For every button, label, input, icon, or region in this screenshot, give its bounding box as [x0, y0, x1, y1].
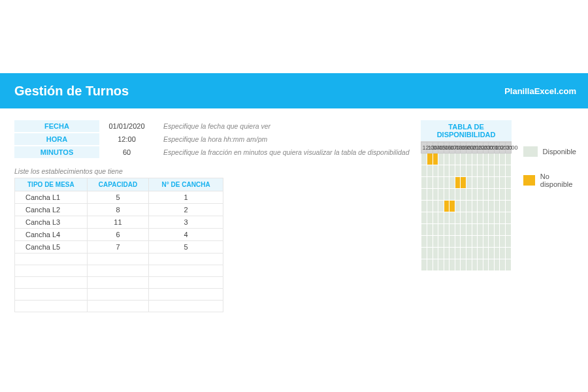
- availability-cell[interactable]: [444, 201, 449, 212]
- value-fecha[interactable]: 01/01/2020: [99, 120, 154, 132]
- availability-cell[interactable]: [444, 259, 449, 271]
- availability-cell[interactable]: [472, 165, 478, 177]
- availability-cell[interactable]: [461, 154, 466, 165]
- availability-cell[interactable]: [500, 259, 506, 271]
- availability-cell[interactable]: [449, 259, 455, 271]
- availability-cell[interactable]: [494, 177, 500, 189]
- availability-cell[interactable]: [438, 177, 444, 189]
- availability-cell[interactable]: [489, 201, 495, 212]
- availability-cell[interactable]: [466, 189, 472, 201]
- cell-tipo[interactable]: Cancha L3: [15, 216, 88, 229]
- availability-cell[interactable]: [472, 224, 478, 236]
- availability-cell[interactable]: [483, 236, 489, 248]
- availability-cell[interactable]: [483, 212, 489, 224]
- availability-cell[interactable]: [433, 201, 438, 212]
- availability-cell[interactable]: [421, 248, 427, 259]
- availability-cell[interactable]: [500, 177, 506, 189]
- cell-tipo[interactable]: Cancha L1: [15, 191, 88, 204]
- availability-cell[interactable]: [478, 248, 483, 259]
- availability-cell[interactable]: [461, 248, 466, 259]
- value-hora[interactable]: 12:00: [99, 133, 154, 145]
- availability-cell[interactable]: [427, 154, 433, 165]
- availability-cell[interactable]: [438, 236, 444, 248]
- availability-cell[interactable]: [421, 189, 427, 201]
- availability-cell[interactable]: [505, 212, 511, 224]
- availability-cell[interactable]: [472, 189, 478, 201]
- availability-cell[interactable]: [444, 177, 449, 189]
- availability-cell[interactable]: [461, 189, 466, 201]
- availability-cell[interactable]: [505, 154, 511, 165]
- availability-cell[interactable]: [478, 154, 483, 165]
- availability-cell[interactable]: [455, 224, 461, 236]
- availability-cell[interactable]: [472, 201, 478, 212]
- availability-cell[interactable]: [478, 236, 483, 248]
- availability-cell[interactable]: [472, 236, 478, 248]
- availability-cell[interactable]: [505, 165, 511, 177]
- availability-cell[interactable]: [427, 236, 433, 248]
- availability-cell[interactable]: [505, 259, 511, 271]
- availability-cell[interactable]: [489, 224, 495, 236]
- availability-cell[interactable]: [461, 212, 466, 224]
- availability-cell[interactable]: [466, 224, 472, 236]
- availability-cell[interactable]: [427, 201, 433, 212]
- availability-cell[interactable]: [489, 154, 495, 165]
- availability-cell[interactable]: [433, 236, 438, 248]
- availability-cell[interactable]: [483, 259, 489, 271]
- availability-cell[interactable]: [466, 212, 472, 224]
- availability-cell[interactable]: [449, 236, 455, 248]
- availability-cell[interactable]: [466, 154, 472, 165]
- availability-cell[interactable]: [438, 189, 444, 201]
- availability-cell[interactable]: [455, 259, 461, 271]
- availability-cell[interactable]: [494, 248, 500, 259]
- availability-cell[interactable]: [455, 177, 461, 189]
- availability-cell[interactable]: [494, 154, 500, 165]
- availability-cell[interactable]: [421, 224, 427, 236]
- availability-cell[interactable]: [455, 154, 461, 165]
- availability-cell[interactable]: [461, 177, 466, 189]
- availability-cell[interactable]: [433, 165, 438, 177]
- availability-cell[interactable]: [455, 236, 461, 248]
- availability-cell[interactable]: [500, 212, 506, 224]
- availability-cell[interactable]: [478, 224, 483, 236]
- availability-cell[interactable]: [427, 212, 433, 224]
- availability-cell[interactable]: [472, 177, 478, 189]
- cell-num[interactable]: 1: [149, 191, 223, 204]
- availability-cell[interactable]: [478, 212, 483, 224]
- cell-num[interactable]: [149, 301, 223, 312]
- availability-cell[interactable]: [455, 248, 461, 259]
- availability-cell[interactable]: [449, 224, 455, 236]
- availability-cell[interactable]: [433, 212, 438, 224]
- availability-cell[interactable]: [444, 248, 449, 259]
- availability-cell[interactable]: [478, 201, 483, 212]
- availability-cell[interactable]: [483, 177, 489, 189]
- availability-cell[interactable]: [472, 154, 478, 165]
- availability-cell[interactable]: [444, 212, 449, 224]
- availability-cell[interactable]: [478, 189, 483, 201]
- cell-tipo[interactable]: Cancha L4: [15, 229, 88, 241]
- availability-cell[interactable]: [489, 259, 495, 271]
- availability-cell[interactable]: [444, 189, 449, 201]
- cell-capacidad[interactable]: 11: [87, 216, 148, 229]
- availability-cell[interactable]: [461, 224, 466, 236]
- availability-cell[interactable]: [421, 165, 427, 177]
- availability-cell[interactable]: [461, 165, 466, 177]
- availability-cell[interactable]: [427, 177, 433, 189]
- availability-cell[interactable]: [455, 212, 461, 224]
- cell-capacidad[interactable]: [87, 277, 148, 289]
- cell-tipo[interactable]: [15, 253, 88, 265]
- availability-cell[interactable]: [449, 189, 455, 201]
- cell-capacidad[interactable]: [87, 265, 148, 277]
- availability-cell[interactable]: [494, 212, 500, 224]
- cell-tipo[interactable]: Cancha L5: [15, 241, 88, 253]
- availability-cell[interactable]: [444, 236, 449, 248]
- availability-cell[interactable]: [505, 189, 511, 201]
- availability-cell[interactable]: [421, 236, 427, 248]
- availability-cell[interactable]: [421, 154, 427, 165]
- cell-capacidad[interactable]: [87, 253, 148, 265]
- availability-cell[interactable]: [449, 177, 455, 189]
- availability-cell[interactable]: [449, 165, 455, 177]
- availability-cell[interactable]: [427, 165, 433, 177]
- availability-cell[interactable]: [427, 224, 433, 236]
- availability-cell[interactable]: [494, 259, 500, 271]
- availability-cell[interactable]: [505, 236, 511, 248]
